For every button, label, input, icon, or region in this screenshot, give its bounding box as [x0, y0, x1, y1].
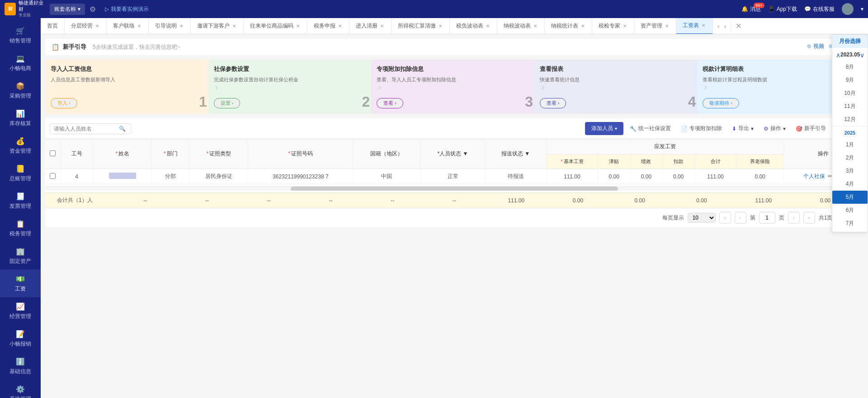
page-nav-last[interactable]: »: [803, 212, 815, 224]
tab-income-tax[interactable]: 所得税汇算清缴 ✕: [392, 18, 450, 34]
select-all-checkbox[interactable]: [50, 150, 56, 156]
header-wage-group: 应发工资: [546, 139, 783, 155]
tab-tax-expert-close[interactable]: ✕: [622, 23, 627, 29]
page-nav-prev[interactable]: ‹: [735, 212, 746, 224]
add-person-button[interactable]: 添加人员 ▾: [585, 122, 623, 135]
tab-salary-table-close[interactable]: ✕: [701, 22, 706, 29]
tab-tax-change[interactable]: 纳税波动表 ✕: [497, 18, 545, 34]
sidebar-item-system[interactable]: ⚙️ 系统管理: [0, 380, 41, 398]
guide-video-link[interactable]: ⊙ 视频: [807, 42, 824, 52]
sidebar-item-operations[interactable]: 📈 经营管理: [0, 297, 41, 325]
settings-icon[interactable]: ⚙: [90, 5, 96, 14]
tab-close-all[interactable]: ✕: [731, 22, 746, 30]
online-service-btn[interactable]: 💬 在线客服: [804, 5, 835, 13]
tab-prev-arrow[interactable]: ‹: [716, 22, 722, 31]
sidebar-item-ecommerce[interactable]: 💻 小畅电商: [0, 49, 41, 77]
tab-customer[interactable]: 客户联络 ✕: [107, 18, 149, 34]
tab-home[interactable]: 首页: [41, 18, 65, 34]
sidebar-item-report[interactable]: 📝 小畅报销: [0, 325, 41, 352]
tab-income-tax-close[interactable]: ✕: [438, 23, 443, 29]
sidebar-item-ledger[interactable]: 📒 总账管理: [0, 159, 41, 187]
demo-link[interactable]: ▷ 我要看实例演示: [105, 5, 149, 13]
tab-guide-desc-close[interactable]: ✕: [179, 23, 184, 29]
toolbar: 🔍 添加人员 ▾ 🔧 统一社保设置 📄 专项附加扣除: [45, 118, 863, 139]
search-input[interactable]: [54, 126, 117, 132]
user-avatar[interactable]: [842, 3, 854, 15]
message-btn[interactable]: 🔔 消息 99+: [741, 5, 761, 13]
step-5-btn[interactable]: 敬请期待 ›: [703, 98, 739, 108]
row-checkbox[interactable]: [50, 173, 56, 179]
account-selector[interactable]: 账套名称 ▾: [50, 4, 85, 15]
tab-customer-close[interactable]: ✕: [137, 23, 142, 29]
user-menu[interactable]: ▾: [861, 6, 863, 12]
tab-assets-close[interactable]: ✕: [664, 23, 670, 29]
special-deduct-btn[interactable]: 📄 专项附加扣除: [677, 123, 726, 134]
page-nav-next[interactable]: ›: [788, 212, 800, 224]
month-item-2025: 2025: [832, 126, 868, 138]
search-icon[interactable]: 🔍: [119, 126, 126, 132]
month-item-5-active[interactable]: 5月: [832, 191, 868, 204]
step-arrow-2: ›: [378, 60, 381, 114]
sidebar-item-tax[interactable]: 📋 税务管理: [0, 215, 41, 242]
sidebar-item-invoice[interactable]: 🧾 发票管理: [0, 187, 41, 215]
sidebar-item-salary[interactable]: 💵 工资: [0, 270, 41, 297]
app-download-btn[interactable]: 📱 App下载: [768, 5, 797, 13]
sidebar-item-purchase[interactable]: 📦 采购管理: [0, 77, 41, 104]
status-filter-icon[interactable]: ▼: [463, 150, 468, 157]
unified-social-btn[interactable]: 🔧 统一社保设置: [626, 123, 675, 134]
sidebar-item-finance[interactable]: 💰 资金管理: [0, 132, 41, 159]
tab-tax-stat[interactable]: 纳税统计表 ✕: [545, 18, 592, 34]
month-item-3[interactable]: 3月: [832, 164, 868, 178]
tab-product-code-close[interactable]: ✕: [295, 23, 301, 29]
month-prev-year-btn[interactable]: ∧: [836, 52, 840, 59]
sidebar-item-fixed-assets[interactable]: 🏢 固定资产: [0, 242, 41, 270]
month-item-11[interactable]: 11月: [832, 100, 868, 113]
sidebar-item-basic[interactable]: ℹ️ 基础信息: [0, 352, 41, 380]
month-item-12[interactable]: 12月: [832, 113, 868, 126]
page-nav-first[interactable]: «: [719, 212, 731, 224]
tab-invite[interactable]: 邀请下游客户 ✕: [191, 18, 244, 34]
tab-assets[interactable]: 资产管理 ✕: [634, 18, 676, 34]
month-item-2[interactable]: 2月: [832, 151, 868, 164]
tab-tax-change-close[interactable]: ✕: [533, 23, 538, 29]
sidebar-item-inventory[interactable]: 📊 库存核算: [0, 104, 41, 132]
tab-tax-burden-close[interactable]: ✕: [485, 23, 491, 29]
tab-clearance[interactable]: 进入清册 ✕: [349, 18, 392, 34]
tab-tax-declare-close[interactable]: ✕: [337, 23, 343, 29]
tab-bar: 首页 分层经营 ✕ 客户联络 ✕ 引导说明 ✕ 邀请下游客户 ✕ 往来单位商品编…: [41, 18, 868, 34]
tab-tax-burden[interactable]: 税负波动表 ✕: [450, 18, 497, 34]
search-wrap[interactable]: 🔍: [50, 123, 131, 134]
month-item-1[interactable]: 1月: [832, 138, 868, 151]
month-item-10[interactable]: 10月: [832, 87, 868, 100]
tab-guide-desc[interactable]: 引导说明 ✕: [149, 18, 191, 34]
tab-tax-stat-close[interactable]: ✕: [580, 23, 585, 29]
month-item-6[interactable]: 6月: [832, 204, 868, 217]
tab-product-code[interactable]: 往来单位商品编码 ✕: [244, 18, 307, 34]
action-personal-social[interactable]: 个人社保: [803, 173, 825, 179]
month-item-8[interactable]: 8月: [832, 61, 868, 74]
month-item-9[interactable]: 9月: [832, 74, 868, 87]
export-btn[interactable]: ⬇ 导出 ▾: [728, 123, 757, 134]
toolbar-right: 添加人员 ▾ 🔧 统一社保设置 📄 专项附加扣除 ⬇ 导出 ▾: [585, 122, 859, 135]
sidebar-item-sales[interactable]: 🛒 销售管理: [0, 22, 41, 49]
operate-btn[interactable]: ⚙ 操作 ▾: [760, 123, 789, 134]
month-item-4[interactable]: 4月: [832, 178, 868, 191]
step-1-btn[interactable]: 导入 ›: [51, 98, 77, 108]
horizontal-scrollbar[interactable]: [45, 186, 863, 191]
report-filter-icon[interactable]: ▼: [524, 150, 530, 157]
month-next-year-btn[interactable]: ∨: [860, 52, 864, 59]
tab-clearance-close[interactable]: ✕: [379, 23, 385, 29]
tab-tax-declare[interactable]: 税务申报 ✕: [307, 18, 349, 34]
tab-layered-close[interactable]: ✕: [94, 23, 100, 29]
sidebar-label-operations: 经营管理: [9, 313, 31, 320]
tab-invite-close[interactable]: ✕: [231, 23, 237, 29]
new-guide-btn[interactable]: 🎯 新手引导: [792, 123, 830, 134]
tab-next-arrow[interactable]: ›: [722, 22, 728, 31]
page-input[interactable]: [759, 212, 775, 224]
tab-guide-desc-label: 引导说明: [155, 22, 177, 30]
tab-salary-table[interactable]: 工资表 ✕: [676, 18, 713, 34]
month-item-7[interactable]: 7月: [832, 217, 868, 230]
tab-layered[interactable]: 分层经营 ✕: [65, 18, 107, 34]
tab-tax-expert[interactable]: 税检专家 ✕: [592, 18, 634, 34]
per-page-select[interactable]: 10 20 50: [688, 213, 716, 223]
